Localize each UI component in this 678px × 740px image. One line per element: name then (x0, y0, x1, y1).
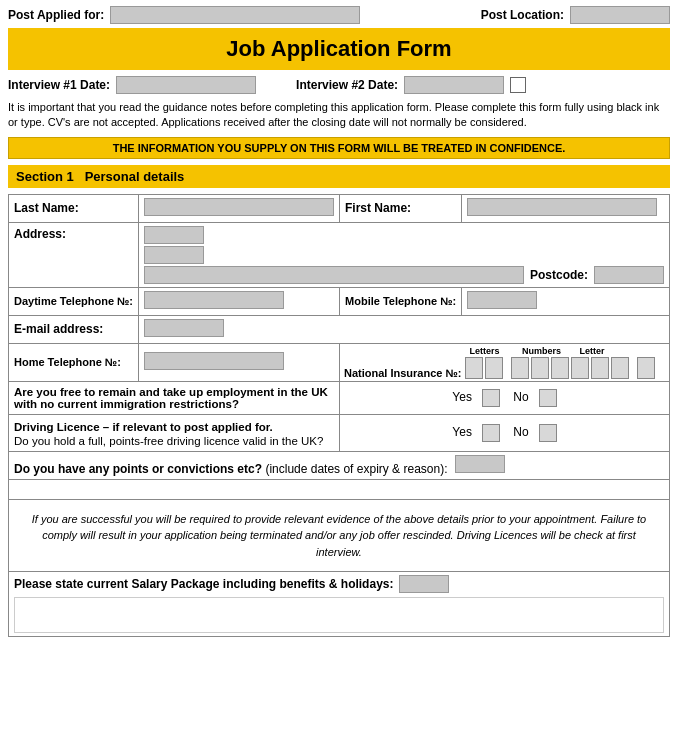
ni-label: National Insurance №: (344, 367, 461, 379)
free-to-remain-yesno: Yes No (340, 381, 670, 414)
driving-licence-yes-checkbox[interactable] (482, 424, 500, 442)
salary-extra-space (14, 597, 664, 633)
postcode-label: Postcode: (530, 268, 588, 282)
free-to-remain-yes-label: Yes (452, 390, 472, 404)
post-location-input[interactable] (570, 6, 670, 24)
personal-details-table: Last Name: First Name: Address: Postcode… (8, 194, 670, 638)
mobile-tel-label: Mobile Telephone №: (340, 287, 462, 315)
address-input-3[interactable] (144, 266, 524, 284)
daytime-tel-input[interactable] (144, 291, 284, 309)
mobile-tel-input[interactable] (467, 291, 537, 309)
salary-input[interactable] (399, 575, 449, 593)
form-title: Job Application Form (8, 28, 670, 70)
driving-licence-no-label: No (513, 425, 528, 439)
ni-cell: National Insurance №: Letters Numbers Le… (340, 343, 670, 381)
interview2-input[interactable] (404, 76, 504, 94)
driving-licence-no-checkbox[interactable] (539, 424, 557, 442)
driving-licence-label: Driving Licence – if relevant to post ap… (14, 419, 334, 435)
convictions-extra-space (9, 479, 670, 499)
address-cell: Postcode: (139, 222, 670, 287)
daytime-tel-cell (139, 287, 340, 315)
ni-box-n3[interactable] (551, 357, 569, 379)
section1-header: Section 1 Personal details (8, 165, 670, 188)
table-row: Driving Licence – if relevant to post ap… (9, 414, 670, 451)
ni-numbers-header: Numbers (505, 346, 577, 356)
ni-box-n5[interactable] (591, 357, 609, 379)
convictions-cell: Do you have any points or convictions et… (9, 451, 670, 479)
free-to-remain-cell: Are you free to remain and take up emplo… (9, 381, 340, 414)
convictions-sublabel: (include dates of expiry & reason): (265, 462, 447, 476)
ni-box-l1[interactable] (465, 357, 483, 379)
free-to-remain-yes-checkbox[interactable] (482, 389, 500, 407)
interview1-label: Interview #1 Date: (8, 78, 110, 92)
ni-box-n2[interactable] (531, 357, 549, 379)
driving-licence-yesno: Yes No (340, 414, 670, 451)
driving-licence-cell: Driving Licence – if relevant to post ap… (9, 414, 340, 451)
first-name-input[interactable] (467, 198, 657, 216)
email-label: E-mail address: (9, 315, 139, 343)
driving-licence-sublabel: Do you hold a full, points-free driving … (14, 435, 334, 447)
salary-cell: Please state current Salary Package incl… (9, 572, 670, 637)
notes-text: It is important that you read the guidan… (8, 100, 670, 131)
post-applied-label: Post Applied for: (8, 8, 104, 22)
address-label: Address: (9, 222, 139, 287)
address-input-2[interactable] (144, 246, 204, 264)
convictions-label: Do you have any points or convictions et… (14, 462, 262, 476)
post-applied-input[interactable] (110, 6, 360, 24)
address-input-1[interactable] (144, 226, 204, 244)
postcode-input[interactable] (594, 266, 664, 284)
salary-label: Please state current Salary Package incl… (14, 577, 393, 591)
ni-letter-header: Letter (579, 346, 597, 356)
table-row: E-mail address: (9, 315, 670, 343)
confidence-bar: THE INFORMATION YOU SUPPLY ON THIS FORM … (8, 137, 670, 159)
free-to-remain-label: Are you free to remain and take up emplo… (14, 386, 328, 410)
free-to-remain-no-checkbox[interactable] (539, 389, 557, 407)
table-row: Address: Postcode: (9, 222, 670, 287)
ni-box-n6[interactable] (611, 357, 629, 379)
table-row: Are you free to remain and take up emplo… (9, 381, 670, 414)
interview1-input[interactable] (116, 76, 256, 94)
ni-box-letter[interactable] (637, 357, 655, 379)
checkbox-interview2[interactable] (510, 77, 526, 93)
last-name-input[interactable] (144, 198, 334, 216)
table-row: Home Telephone №: National Insurance №: … (9, 343, 670, 381)
first-name-cell (462, 194, 670, 222)
table-row: Please state current Salary Package incl… (9, 572, 670, 637)
table-row: Do you have any points or convictions et… (9, 451, 670, 479)
home-tel-cell (139, 343, 340, 381)
table-row: Last Name: First Name: (9, 194, 670, 222)
ni-boxes-container: Letters Numbers Letter (465, 346, 655, 379)
daytime-tel-label: Daytime Telephone №: (9, 287, 139, 315)
italic-note-text: If you are successful you will be requir… (14, 503, 664, 569)
table-row: Daytime Telephone №: Mobile Telephone №: (9, 287, 670, 315)
interview2-label: Interview #2 Date: (296, 78, 398, 92)
email-cell (139, 315, 670, 343)
free-to-remain-no-label: No (513, 390, 528, 404)
italic-note-cell: If you are successful you will be requir… (9, 499, 670, 572)
post-location-label: Post Location: (481, 8, 564, 22)
ni-box-l2[interactable] (485, 357, 503, 379)
driving-licence-yes-label: Yes (452, 425, 472, 439)
ni-box-n1[interactable] (511, 357, 529, 379)
last-name-cell (139, 194, 340, 222)
ni-box-n4[interactable] (571, 357, 589, 379)
table-row: If you are successful you will be requir… (9, 499, 670, 572)
first-name-label: First Name: (340, 194, 462, 222)
convictions-input[interactable] (455, 455, 505, 473)
last-name-label: Last Name: (9, 194, 139, 222)
email-input[interactable] (144, 319, 224, 337)
home-tel-label: Home Telephone №: (9, 343, 139, 381)
mobile-tel-cell (462, 287, 670, 315)
home-tel-input[interactable] (144, 352, 284, 370)
ni-letters-header: Letters (465, 346, 503, 356)
table-row (9, 479, 670, 499)
